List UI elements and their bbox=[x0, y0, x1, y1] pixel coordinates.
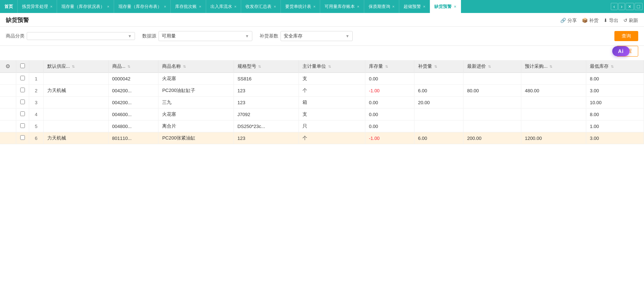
close-tab-batch-account[interactable]: × bbox=[199, 4, 201, 9]
row-latest-price: 80.00 bbox=[463, 85, 521, 97]
sort-icon-est[interactable]: ⇅ bbox=[549, 65, 552, 69]
row-replenish-qty: 20.00 bbox=[414, 97, 463, 109]
row-spec: 123 bbox=[234, 97, 299, 109]
close-tab-available-ledger[interactable]: × bbox=[357, 4, 359, 9]
close-tab-order-stats[interactable]: × bbox=[313, 4, 316, 9]
replenish-base-dropdown-icon: ▼ bbox=[345, 34, 349, 38]
tab-scroll-right[interactable]: › bbox=[618, 3, 625, 10]
row-spec: DS250*23c... bbox=[234, 120, 299, 132]
sort-icon-stock[interactable]: ⇅ bbox=[385, 65, 388, 69]
page-title: 缺货预警 bbox=[6, 17, 29, 24]
datasource-select[interactable]: 可用量 ▼ bbox=[158, 31, 252, 41]
sort-icon-replenish[interactable]: ⇅ bbox=[434, 65, 437, 69]
tab-home[interactable]: 首页 bbox=[0, 0, 18, 13]
tab-inventory-status[interactable]: 现存量（库存状况表） × bbox=[57, 0, 114, 13]
sort-icon-spec[interactable]: ⇅ bbox=[258, 65, 261, 69]
gear-icon[interactable]: ⚙ bbox=[5, 63, 10, 69]
tab-order-stats[interactable]: 要货单统计表 × bbox=[281, 0, 320, 13]
row-unit: 个 bbox=[299, 132, 365, 144]
replenish-base-select-value: 安全库存 bbox=[284, 33, 345, 39]
col-gear: ⚙ bbox=[0, 60, 16, 73]
sort-icon-supplier[interactable]: ⇅ bbox=[72, 65, 75, 69]
sort-icon-min[interactable]: ⇅ bbox=[611, 65, 614, 69]
query-button[interactable]: 查询 bbox=[614, 31, 638, 41]
row-latest-price bbox=[463, 73, 521, 85]
row-latest-price bbox=[463, 97, 521, 109]
table-header-row: ⚙ 默认供应... ⇅ 商品... ⇅ 商品名称 bbox=[0, 60, 644, 73]
row-checkbox[interactable] bbox=[20, 123, 25, 128]
category-select[interactable]: ▼ bbox=[27, 32, 135, 40]
close-tab-inout-flow[interactable]: × bbox=[234, 4, 236, 9]
row-checkbox[interactable] bbox=[20, 100, 25, 104]
row-checkbox-cell bbox=[16, 120, 29, 132]
refresh-button[interactable]: ↺ 刷新 bbox=[623, 17, 638, 24]
close-tab-expiry-query[interactable]: × bbox=[392, 4, 395, 9]
row-product-code: 004200... bbox=[108, 85, 158, 97]
replenish-base-label: 补货基数 bbox=[260, 33, 278, 39]
replenish-button[interactable]: 📦 补货 bbox=[582, 17, 599, 24]
tab-close-current[interactable]: × bbox=[626, 3, 634, 10]
row-supplier bbox=[43, 109, 108, 120]
row-unit: 只 bbox=[299, 120, 365, 132]
replenish-base-select[interactable]: 安全库存 ▼ bbox=[280, 31, 353, 41]
tab-recv-summary[interactable]: 收发存汇总表 × bbox=[241, 0, 280, 13]
close-tab-overstock[interactable]: × bbox=[423, 4, 425, 9]
row-unit: 个 bbox=[299, 85, 365, 97]
filter-row2: 设置 bbox=[0, 46, 644, 60]
row-checkbox[interactable] bbox=[20, 76, 25, 80]
row-min-stock: 1.00 bbox=[586, 120, 644, 132]
close-tab-inventory-dist[interactable]: × bbox=[164, 4, 166, 9]
tab-scroll-left[interactable]: ‹ bbox=[611, 3, 618, 10]
row-est-purchase bbox=[521, 109, 586, 120]
table-row: 1 0000042 火花塞 SS816 支 0.00 8.00 bbox=[0, 73, 644, 85]
row-checkbox[interactable] bbox=[20, 135, 25, 140]
export-button[interactable]: ⬇ 导出 bbox=[604, 17, 618, 24]
sort-icon-unit[interactable]: ⇅ bbox=[328, 65, 331, 69]
row-replenish-qty: 6.00 bbox=[414, 132, 463, 144]
tab-inout-flow[interactable]: 出入库流水 × bbox=[206, 0, 241, 13]
row-stock: -1.00 bbox=[365, 85, 414, 97]
row-num: 2 bbox=[29, 85, 43, 97]
row-checkbox[interactable] bbox=[20, 111, 25, 116]
sort-icon-code[interactable]: ⇅ bbox=[127, 65, 130, 69]
row-gear-cell bbox=[0, 109, 16, 120]
sort-icon-name[interactable]: ⇅ bbox=[183, 65, 186, 69]
tab-expiry-query[interactable]: 保质期查询 × bbox=[364, 0, 399, 13]
row-spec: 123 bbox=[234, 85, 299, 97]
share-icon: 🔗 bbox=[560, 18, 566, 23]
row-supplier bbox=[43, 120, 108, 132]
row-gear-cell bbox=[0, 120, 16, 132]
tab-batch-account[interactable]: 库存批次账 × bbox=[171, 0, 206, 13]
tab-nav-controls: ‹ › × □ bbox=[611, 3, 644, 10]
tab-maximize[interactable]: □ bbox=[635, 3, 643, 10]
select-all-checkbox[interactable] bbox=[20, 63, 25, 68]
replenish-base-filter-group: 补货基数 安全库存 ▼ bbox=[260, 31, 353, 41]
close-tab-exception[interactable]: × bbox=[50, 4, 52, 9]
share-button[interactable]: 🔗 分享 bbox=[560, 17, 577, 24]
row-spec: SS816 bbox=[234, 73, 299, 85]
row-est-purchase bbox=[521, 97, 586, 109]
row-latest-price bbox=[463, 109, 521, 120]
row-checkbox[interactable] bbox=[20, 88, 25, 92]
row-product-name: PC200油缸缸子 bbox=[158, 85, 234, 97]
row-stock: 0.00 bbox=[365, 97, 414, 109]
tab-available-ledger[interactable]: 可用量库存账本 × bbox=[320, 0, 364, 13]
tab-overstock[interactable]: 超储预警 × bbox=[399, 0, 430, 13]
row-checkbox-cell bbox=[16, 109, 29, 120]
tab-exception[interactable]: 拣货异常处理 × bbox=[18, 0, 57, 13]
row-gear-cell bbox=[0, 132, 16, 144]
close-tab-inventory-status[interactable]: × bbox=[107, 4, 109, 9]
close-tab-shortage[interactable]: × bbox=[454, 4, 456, 9]
export-icon: ⬇ bbox=[604, 18, 608, 23]
refresh-icon: ↺ bbox=[623, 18, 627, 23]
tab-inventory-dist[interactable]: 现存量（库存分布表） × bbox=[114, 0, 171, 13]
row-replenish-qty bbox=[414, 120, 463, 132]
ai-button[interactable]: Ai bbox=[612, 46, 630, 56]
close-tab-recv-summary[interactable]: × bbox=[274, 4, 276, 9]
row-product-name: 火花塞 bbox=[158, 109, 234, 120]
row-gear-cell bbox=[0, 73, 16, 85]
sort-icon-price[interactable]: ⇅ bbox=[488, 65, 491, 69]
tab-shortage[interactable]: 缺货预警 × bbox=[430, 0, 461, 13]
row-replenish-qty: 6.00 bbox=[414, 85, 463, 97]
row-product-name: 三九 bbox=[158, 97, 234, 109]
